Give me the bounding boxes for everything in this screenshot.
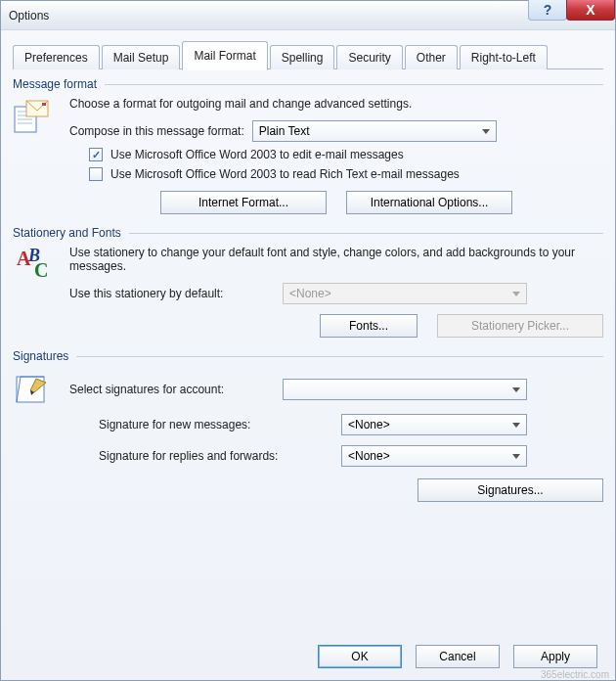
compose-format-value: Plain Text: [259, 124, 310, 138]
compose-format-select[interactable]: Plain Text: [252, 120, 497, 142]
svg-rect-6: [42, 103, 46, 106]
svg-text:C: C: [34, 259, 48, 281]
group-header-signatures: Signatures: [13, 349, 603, 363]
footer-buttons: OK Cancel Apply: [318, 645, 597, 668]
stationery-picker-button: Stationery Picker...: [437, 314, 603, 338]
tab-right-to-left[interactable]: Right-to-Left: [460, 45, 548, 69]
close-icon: X: [586, 2, 594, 18]
tab-mail-setup[interactable]: Mail Setup: [102, 45, 181, 69]
options-window: Options ? X Preferences Mail Setup Mail …: [0, 0, 616, 681]
window-title: Options: [9, 9, 49, 23]
tab-mail-format[interactable]: Mail Format: [182, 41, 267, 70]
message-format-desc: Choose a format for outgoing mail and ch…: [69, 97, 603, 111]
fonts-button[interactable]: Fonts...: [320, 314, 418, 338]
internet-format-button[interactable]: Internet Format...: [160, 191, 327, 214]
group-signatures: Signatures Select signatures for account…: [13, 349, 603, 502]
stationery-default-value: <None>: [289, 287, 331, 300]
signature-reply-select[interactable]: <None>: [341, 445, 527, 467]
group-header-message-format: Message format: [13, 77, 603, 91]
ok-button[interactable]: OK: [318, 645, 402, 668]
signature-account-label: Select signatures for account:: [69, 383, 275, 396]
title-button-group: ? X: [529, 0, 615, 21]
stationery-desc: Use stationery to change your default fo…: [69, 246, 603, 273]
stationery-default-select: <None>: [283, 283, 527, 304]
use-word-edit-label: Use Microsoft Office Word 2003 to edit e…: [110, 148, 404, 161]
tab-preferences[interactable]: Preferences: [13, 45, 100, 69]
close-button[interactable]: X: [566, 0, 615, 21]
help-icon: ?: [544, 2, 552, 18]
signatures-button[interactable]: Signatures...: [418, 478, 603, 502]
watermark: 365electric.com: [541, 669, 609, 680]
signatures-icon: [13, 369, 60, 502]
signature-new-label: Signature for new messages:: [69, 418, 333, 431]
cancel-button[interactable]: Cancel: [416, 645, 500, 668]
stationery-default-label: Use this stationery by default:: [69, 287, 275, 300]
divider: [76, 356, 603, 357]
use-word-edit-checkbox[interactable]: [89, 148, 103, 161]
content-area: Preferences Mail Setup Mail Format Spell…: [1, 30, 615, 502]
signature-reply-value: <None>: [348, 449, 390, 463]
tab-row: Preferences Mail Setup Mail Format Spell…: [13, 40, 603, 69]
compose-format-label: Compose in this message format:: [69, 124, 244, 138]
signature-new-select[interactable]: <None>: [341, 414, 527, 435]
signature-reply-label: Signature for replies and forwards:: [69, 449, 333, 463]
message-format-icon: [13, 97, 60, 214]
titlebar: Options ? X: [1, 1, 615, 30]
tab-security[interactable]: Security: [336, 45, 402, 69]
signature-account-select[interactable]: [283, 379, 527, 400]
group-message-format: Message format: [13, 77, 603, 214]
group-stationery: Stationery and Fonts A B C Use stationer…: [13, 226, 603, 338]
divider: [105, 84, 603, 85]
group-title: Signatures: [13, 349, 68, 363]
stationery-icon: A B C: [13, 246, 60, 338]
apply-button[interactable]: Apply: [513, 645, 597, 668]
group-header-stationery: Stationery and Fonts: [13, 226, 603, 240]
divider: [129, 233, 603, 234]
signature-new-value: <None>: [348, 418, 390, 431]
group-title: Stationery and Fonts: [13, 226, 121, 240]
help-button[interactable]: ?: [528, 0, 567, 21]
group-title: Message format: [13, 77, 97, 91]
tab-spelling[interactable]: Spelling: [270, 45, 335, 69]
tab-other[interactable]: Other: [405, 45, 458, 69]
international-options-button[interactable]: International Options...: [346, 191, 512, 214]
use-word-read-label: Use Microsoft Office Word 2003 to read R…: [110, 167, 460, 181]
use-word-read-checkbox[interactable]: [89, 167, 103, 181]
